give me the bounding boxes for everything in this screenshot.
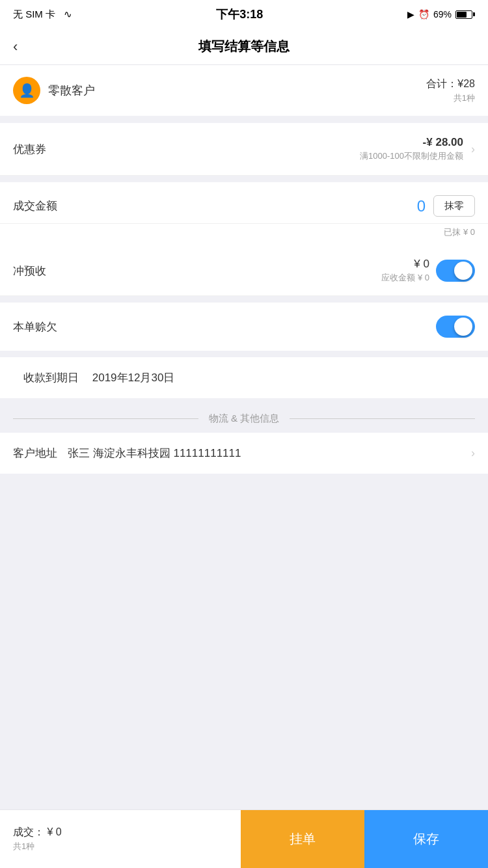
bottom-deal-value: ¥ 0 — [47, 826, 61, 837]
prereceipt-main-value: ¥ 0 — [381, 258, 429, 271]
separator-line-right — [290, 418, 475, 419]
empty-space — [0, 480, 488, 519]
transaction-sub: 已抹 ¥ 0 — [0, 224, 488, 246]
customer-section: 👤 零散客户 合计：¥28 共1种 — [0, 65, 488, 116]
due-date-section: 收款到期日 2019年12月30日 — [0, 357, 488, 398]
customer-total: 合计：¥28 — [426, 77, 475, 91]
debt-label: 本单赊欠 — [13, 319, 57, 334]
round-button[interactable]: 抹零 — [433, 195, 475, 217]
due-date-value: 2019年12月30日 — [92, 372, 175, 384]
coupon-value: -¥ 28.00 — [360, 136, 463, 149]
logistics-separator: 物流 & 其他信息 — [0, 405, 488, 433]
separator-line-left — [13, 418, 198, 419]
debt-section: 本单赊欠 — [0, 303, 488, 351]
address-section[interactable]: 客户地址 张三 海淀永丰科技园 11111111111 › — [0, 433, 488, 474]
coupon-label: 优惠券 — [13, 142, 46, 157]
bottom-deal: 成交： ¥ 0 — [13, 826, 228, 839]
prereceipt-toggle[interactable] — [436, 260, 475, 282]
prereceipt-row: 冲预收 ¥ 0 应收金额 ¥ 0 — [0, 246, 488, 296]
page-title: 填写结算等信息 — [198, 38, 290, 55]
hold-button[interactable]: 挂单 — [241, 810, 364, 868]
address-value: 张三 海淀永丰科技园 11111111111 — [68, 446, 471, 461]
coupon-values: -¥ 28.00 满1000-100不限制使用金额 — [360, 136, 463, 162]
customer-avatar: 👤 — [13, 77, 40, 104]
prereceipt-label: 冲预收 — [13, 264, 46, 278]
coupon-right: -¥ 28.00 满1000-100不限制使用金额 › — [360, 136, 475, 162]
battery-percent: 69% — [433, 9, 452, 20]
transaction-row: 成交金额 0 抹零 — [0, 182, 488, 224]
prereceipt-values: ¥ 0 应收金额 ¥ 0 — [381, 258, 429, 284]
transaction-label: 成交金额 — [13, 198, 57, 213]
toggle-knob — [454, 262, 472, 280]
coupon-chevron-icon: › — [471, 142, 475, 156]
bottom-buttons: 挂单 保存 — [241, 810, 488, 868]
address-label: 客户地址 — [13, 446, 57, 461]
prereceipt-sub-value: 应收金额 ¥ 0 — [381, 272, 429, 284]
wifi-icon: ∿ — [64, 8, 72, 20]
bottom-info: 成交： ¥ 0 共1种 — [0, 826, 241, 852]
customer-row[interactable]: 👤 零散客户 合计：¥28 共1种 — [0, 65, 488, 116]
prereceipt-right: ¥ 0 应收金额 ¥ 0 — [381, 258, 475, 284]
transaction-section: 成交金额 0 抹零 已抹 ¥ 0 冲预收 ¥ 0 应收金额 ¥ 0 — [0, 182, 488, 296]
customer-name: 零散客户 — [48, 83, 95, 98]
status-left: 无 SIM 卡 ∿ — [13, 8, 72, 21]
status-right: ▶ ⏰ 69% — [407, 9, 475, 20]
status-bar: 无 SIM 卡 ∿ 下午3:18 ▶ ⏰ 69% — [0, 0, 488, 29]
bottom-count: 共1种 — [13, 841, 228, 852]
coupon-section: 优惠券 -¥ 28.00 满1000-100不限制使用金额 › — [0, 123, 488, 176]
status-time: 下午3:18 — [216, 7, 263, 22]
transaction-value: 0 — [417, 197, 426, 215]
location-icon: ▶ — [407, 9, 414, 20]
avatar-icon: 👤 — [19, 83, 35, 98]
transaction-right: 0 抹零 — [417, 195, 475, 217]
nav-bar: ‹ 填写结算等信息 — [0, 29, 488, 65]
bottom-bar: 成交： ¥ 0 共1种 挂单 保存 — [0, 809, 488, 868]
customer-right: 合计：¥28 共1种 — [426, 77, 475, 104]
back-button[interactable]: ‹ — [13, 38, 18, 55]
customer-count: 共1种 — [426, 92, 475, 104]
coupon-row[interactable]: 优惠券 -¥ 28.00 满1000-100不限制使用金额 › — [0, 123, 488, 176]
main-content: 👤 零散客户 合计：¥28 共1种 优惠券 -¥ 28.00 满1000-100… — [0, 65, 488, 584]
save-button[interactable]: 保存 — [364, 810, 488, 868]
coupon-sub: 满1000-100不限制使用金额 — [360, 150, 463, 162]
debt-toggle[interactable] — [436, 316, 475, 338]
customer-left: 👤 零散客户 — [13, 77, 95, 104]
due-date-content: 收款到期日 2019年12月30日 — [13, 370, 475, 385]
debt-toggle-knob — [454, 318, 472, 336]
address-chevron-icon: › — [471, 446, 475, 460]
bottom-deal-label: 成交： — [13, 826, 44, 837]
alarm-icon: ⏰ — [418, 9, 429, 20]
battery-icon — [455, 10, 475, 19]
separator-text: 物流 & 其他信息 — [209, 413, 279, 425]
due-date-label: 收款到期日 — [23, 372, 79, 384]
